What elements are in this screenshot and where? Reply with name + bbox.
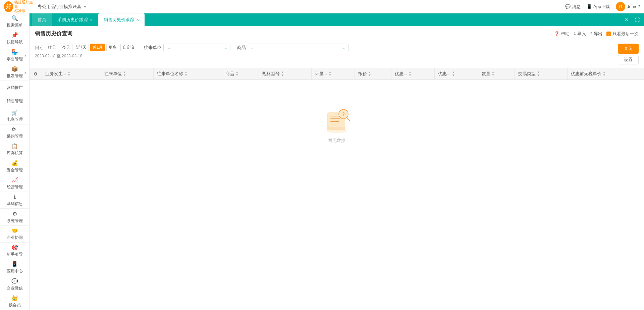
sidebar-label-search: 搜索菜单 [7,22,23,28]
sidebar-item-quick-nav[interactable]: 📌 快捷导航 [0,30,29,47]
table-header-row: ⚙ 业务发生... ▲▼ 往来单位 [30,68,644,80]
product-filter-row: 商品 … [237,44,348,51]
main-layout: 🔍 搜索菜单 📌 快捷导航 🏪 零售管理 ▼ 📦 批发管理 ▲ 营销推广 销售管… [0,13,644,310]
sidebar-item-purchase[interactable]: 🛍 采购管理 [0,124,29,141]
tab-home[interactable]: 首页 [32,13,52,26]
sidebar-label-purchase: 采购管理 [7,134,23,139]
sidebar-label-basic-info: 基础信息 [7,201,23,207]
column-trade-type[interactable]: 交易类型 ▲▼ [515,68,567,80]
sidebar-item-enterprise-wechat[interactable]: 💬 企业微信 [0,276,29,293]
date-btn-7days[interactable]: 近7天 [74,44,89,51]
download-icon: 📱 [587,4,592,9]
ecommerce-icon: 🛒 [11,109,18,116]
column-partner-code[interactable]: 往来单位 ▲▼ [101,68,154,80]
tab-maximize-button[interactable]: ⛶ [633,16,641,24]
sidebar-label-new-guide: 新手引导 [7,252,23,257]
column-qty[interactable]: 数量 ▲▼ [478,68,515,80]
column-product[interactable]: 商品 ▲▼ [222,68,259,80]
basic-info-icon: ℹ [14,194,16,200]
user-menu-button[interactable]: D demo2 [616,2,640,11]
sidebar-item-enterprise-coop[interactable]: 🤝 企业协同 [0,226,29,243]
sidebar-item-system[interactable]: ⚙ 系统管理 [0,209,29,225]
query-button[interactable]: 查询 [618,44,639,54]
empty-text: 暂无数据 [328,138,345,144]
sidebar-item-app-center[interactable]: 📱 应用中心 [0,259,29,276]
import-button[interactable]: ⤵ 导入 [574,31,586,37]
inventory-icon: 📋 [11,143,18,149]
date-btn-today[interactable]: 今天 [60,44,72,51]
retail-icon: 🏪 [11,49,18,55]
sidebar-item-operations[interactable]: 📈 经营管理 [0,175,29,192]
export-button[interactable]: ⤴ 导出 [590,31,602,37]
partner-more-icon[interactable]: … [223,45,227,50]
tab-sales-history-label: 销售历史价跟踪 [104,17,134,23]
column-pre-tax-price[interactable]: 优惠前无税单价 ▲▼ [567,68,644,80]
header-right: 💬 消息 📱 App下载 D demo2 [565,2,640,11]
app-download-button[interactable]: 📱 App下载 [587,4,610,10]
import-icon: ⤵ [574,31,576,36]
sidebar-item-search[interactable]: 🔍 搜索菜单 [0,13,29,30]
member-icon: 👑 [11,295,18,301]
sidebar-item-inventory[interactable]: 📋 库存核算 [0,141,29,158]
partner-input[interactable] [166,45,223,50]
tab-purchase-history-close-icon[interactable]: × [90,17,93,22]
sidebar-item-member[interactable]: 👑 畅会员 [0,293,29,310]
column-discount2[interactable]: 优惠... ▲▼ [435,68,478,80]
sort-price-icon: ▲▼ [368,71,371,77]
sidebar-label-wholesale: 批发管理 [7,73,23,79]
workspace-chevron-icon: ▼ [83,5,87,9]
page-title: 销售历史价查询 [35,30,554,37]
enterprise-coop-icon: 🤝 [11,227,18,234]
product-more-icon[interactable]: … [341,45,345,50]
date-btn-custom[interactable]: 自定义 [120,44,137,51]
tab-bar-right: ✕ ⛶ [623,13,641,26]
sort-partner-code-icon: ▲▼ [123,71,126,77]
sort-discount1-icon: ▲▼ [409,71,412,77]
sidebar-item-sales[interactable]: 销售管理 [0,94,29,108]
tab-close-all-button[interactable]: ✕ [623,16,631,24]
only-last-checkbox-wrap[interactable]: ✓ 只看最后一次 [606,31,639,37]
date-btn-more[interactable]: 更多 [106,44,119,51]
svg-line-8 [347,118,350,121]
sidebar-item-basic-info[interactable]: ℹ 基础信息 [0,192,29,209]
page-container: 销售历史价查询 ❓ 帮助 ⤵ 导入 ⤴ 导出 ✓ [30,26,644,310]
sidebar-item-new-guide[interactable]: 🎯 新手引导 [0,243,29,259]
column-unit[interactable]: 计量... ▲▼ [311,68,355,80]
column-partner-name[interactable]: 往来单位名称 ▲▼ [154,68,222,80]
column-spec[interactable]: 规格型号 ▲▼ [259,68,311,80]
help-button[interactable]: ❓ 帮助 [554,31,570,37]
column-settings[interactable]: ⚙ [30,68,42,80]
only-last-label: 只看最后一次 [612,31,639,37]
workspace-selector[interactable]: 办公用品行业模拟账套 ▼ [34,4,91,10]
product-filter-group: 商品 … [237,44,348,51]
only-last-checkbox[interactable]: ✓ [606,32,611,36]
sidebar-item-wholesale[interactable]: 📦 批发管理 ▲ [0,64,29,81]
sidebar-item-ecommerce[interactable]: 🛒 电商管理 [0,108,29,124]
sort-pre-tax-price-icon: ▲▼ [603,71,606,77]
tab-sales-history[interactable]: 销售历史价跟踪 × [98,13,145,26]
tab-purchase-history[interactable]: 采购历史价跟踪 × [52,13,98,26]
date-btn-yesterday[interactable]: 昨天 [46,44,58,51]
date-filter-group: 日期 昨天 今天 近7天 近1月 更多 自定义 2023-02-18 至 202… [35,44,137,59]
sidebar: 🔍 搜索菜单 📌 快捷导航 🏪 零售管理 ▼ 📦 批发管理 ▲ 营销推广 销售管… [0,13,30,310]
column-discount1[interactable]: 优惠... ▲▼ [391,68,435,80]
sidebar-item-retail[interactable]: 🏪 零售管理 ▼ [0,47,29,64]
data-table: ⚙ 业务发生... ▲▼ 往来单位 [30,68,644,80]
content-area: 首页 采购历史价跟踪 × 销售历史价跟踪 × ✕ ⛶ 销售历史价查询 [30,13,644,310]
settings-button[interactable]: 设置 [618,55,639,64]
sidebar-label-quick-nav: 快捷导航 [7,39,23,45]
tab-sales-history-close-icon[interactable]: × [136,17,139,22]
sidebar-item-marketing[interactable]: 营销推广 [0,81,29,94]
product-input[interactable] [251,45,341,50]
sidebar-item-finance[interactable]: 💰 资金管理 [0,158,29,175]
column-biz-date[interactable]: 业务发生... ▲▼ [42,68,101,80]
logo-area: 好 畅捷通好生意 标准版 [4,0,34,13]
date-btn-1month[interactable]: 近1月 [90,44,105,51]
message-button[interactable]: 💬 消息 [565,4,581,10]
operations-icon: 📈 [11,177,18,183]
date-filter-row: 日期 昨天 今天 近7天 近1月 更多 自定义 [35,44,137,51]
sort-partner-name-icon: ▲▼ [184,71,187,77]
enterprise-wechat-icon: 💬 [11,278,18,285]
column-price[interactable]: 报价 ▲▼ [355,68,391,80]
product-input-wrap: … [248,44,348,51]
